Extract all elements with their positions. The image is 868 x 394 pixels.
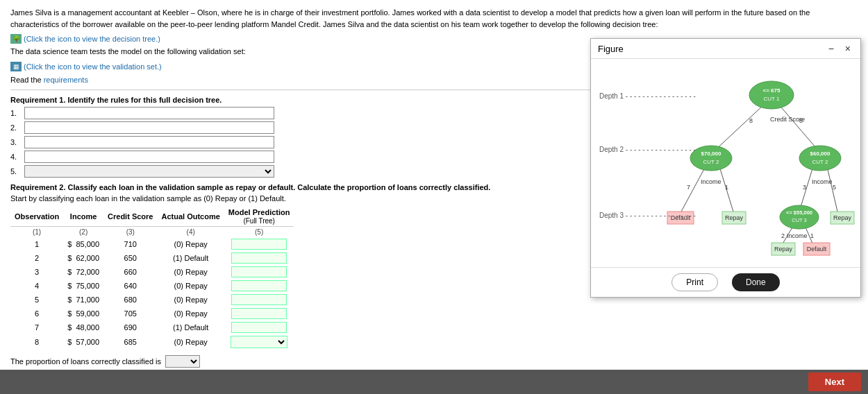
cell-credit: 650 — [103, 251, 157, 265]
cell-actual: (0) Repay — [157, 265, 224, 279]
proportion-row: The proportion of loans correctly classi… — [10, 355, 858, 368]
figure-done-button[interactable]: Done — [732, 273, 780, 291]
d3-default-label: Default — [807, 246, 827, 252]
cell-actual: (1) Default — [157, 251, 224, 265]
right-d2-node — [799, 146, 841, 171]
cell-obs: 8 — [10, 334, 63, 350]
pred-input-5[interactable] — [231, 294, 287, 305]
edge-d3-left-label: 2 — [781, 232, 785, 239]
income-left-label: Income — [701, 178, 721, 185]
right-d2-label1: $60,000 — [810, 151, 831, 157]
left-d2-label1: $70,000 — [701, 151, 721, 157]
svg-line-0 — [712, 104, 765, 153]
credit-score-edge-label: Credit Score — [770, 116, 805, 123]
d3-repay-label: Repay — [774, 246, 793, 252]
col-obs-sub: (1) — [10, 227, 63, 238]
table-row: 1$ 85,000710(0) Repay — [10, 237, 294, 251]
req1-input-3[interactable] — [24, 136, 274, 148]
req1-input-2[interactable] — [24, 121, 274, 134]
req1-input-1[interactable] — [24, 107, 274, 119]
left-d2-label2: CUT 2 — [703, 159, 720, 165]
edge-ld2-right-label: 1 — [725, 184, 728, 191]
figure-print-button[interactable]: Print — [671, 273, 718, 291]
pred-input-6[interactable] — [231, 308, 287, 319]
col-income-sub: (2) — [63, 227, 103, 238]
cell-pred — [224, 293, 294, 307]
cell-income: $ 62,000 — [63, 251, 103, 265]
cell-obs: 3 — [10, 265, 63, 279]
validation-set-icon[interactable]: ▦ — [10, 62, 22, 71]
edge-ld2-left-label: 7 — [687, 184, 690, 191]
figure-modal-controls: − × — [826, 43, 853, 54]
root-node-label2: CUT 1 — [764, 96, 781, 102]
pred-input-4[interactable] — [231, 280, 287, 291]
pred-input-7[interactable] — [231, 322, 287, 333]
rl-leaf-label: Repay — [833, 214, 852, 221]
cell-pred — [224, 307, 294, 320]
cell-obs: 4 — [10, 279, 63, 293]
figure-close-btn[interactable]: × — [842, 43, 853, 54]
pred-input-2[interactable] — [231, 252, 287, 264]
req1-input-4[interactable] — [24, 151, 274, 163]
figure-body: Depth 1 - - - - - - - - - - - - - - - - … — [591, 59, 860, 267]
cell-pred — [224, 237, 294, 251]
cell-obs: 1 — [10, 237, 63, 251]
svg-line-1 — [778, 104, 820, 153]
tree-container: Depth 1 - - - - - - - - - - - - - - - - … — [598, 66, 855, 260]
pred-input-3[interactable] — [231, 266, 287, 277]
cell-actual: (0) Repay — [157, 307, 224, 320]
cell-pred — [224, 251, 294, 265]
cell-credit: 660 — [103, 265, 157, 279]
cell-income: $ 75,000 — [63, 279, 103, 293]
svg-line-2 — [681, 166, 706, 212]
income-right-label: Income — [812, 178, 833, 185]
cell-credit: 640 — [103, 279, 157, 293]
req1-select-5[interactable] — [24, 165, 274, 178]
edge-rd2-right-label: 5 — [833, 184, 836, 191]
proportion-select[interactable] — [165, 355, 200, 368]
cell-obs: 5 — [10, 293, 63, 307]
cell-income: $ 48,000 — [63, 320, 103, 334]
requirements-link[interactable]: requirements — [44, 76, 88, 84]
table-body: 1$ 85,000710(0) Repay2$ 62,000650(1) Def… — [10, 237, 294, 350]
col-income-header: Income — [63, 207, 103, 227]
cell-actual: (0) Repay — [157, 293, 224, 307]
figure-title: Figure — [598, 44, 624, 54]
proportion-text: The proportion of loans correctly classi… — [10, 357, 161, 366]
depth-label-3: Depth 3 - - - - - - - - - - - - - - - - … — [599, 212, 696, 219]
col-credit-header: Credit Score — [103, 207, 157, 227]
edge-root-left-label: 8 — [749, 117, 753, 124]
next-button[interactable]: Next — [808, 372, 861, 391]
cell-actual: (0) Repay — [157, 334, 224, 350]
decision-tree-link[interactable]: (Click the icon to view the decision tre… — [24, 35, 160, 43]
pred-select-8[interactable] — [231, 336, 287, 348]
col-credit-sub: (3) — [103, 227, 157, 238]
pred-input-1[interactable] — [231, 239, 287, 250]
cell-income: $ 72,000 — [63, 265, 103, 279]
table-row: 8$ 57,000685(0) Repay — [10, 334, 294, 350]
decision-tree-icon[interactable]: 🌳 — [10, 34, 22, 44]
root-node — [749, 81, 794, 109]
bottom-bar: Next — [0, 370, 868, 394]
left-d2-node — [690, 146, 732, 171]
figure-modal: Figure − × Depth 1 - - - - - - - - - - -… — [590, 38, 861, 298]
validation-set-link[interactable]: (Click the icon to view the validation s… — [24, 62, 162, 71]
depth-label-2: Depth 2 - - - - - - - - - - - - - - - - … — [599, 146, 696, 153]
lm-leaf-label: Repay — [725, 214, 744, 221]
edge-rd2-left-label: 3 — [803, 184, 806, 191]
table-row: 3$ 72,000660(0) Repay — [10, 265, 294, 279]
cell-income: $ 85,000 — [63, 237, 103, 251]
col-actual-header: Actual Outcome — [157, 207, 224, 227]
income-d3-label: Income — [787, 232, 808, 239]
cell-obs: 7 — [10, 320, 63, 334]
col-pred-header: Model Prediction(Full Tree) — [224, 207, 294, 227]
cell-credit: 685 — [103, 334, 157, 350]
cell-obs: 6 — [10, 307, 63, 320]
figure-minimize-btn[interactable]: − — [826, 43, 837, 54]
edge-d3-right-label: 1 — [810, 232, 814, 239]
input-label-4: 4. — [10, 153, 24, 161]
cell-income: $ 57,000 — [63, 334, 103, 350]
table-row: 2$ 62,000650(1) Default — [10, 251, 294, 265]
cell-pred — [224, 279, 294, 293]
cell-credit: 690 — [103, 320, 157, 334]
